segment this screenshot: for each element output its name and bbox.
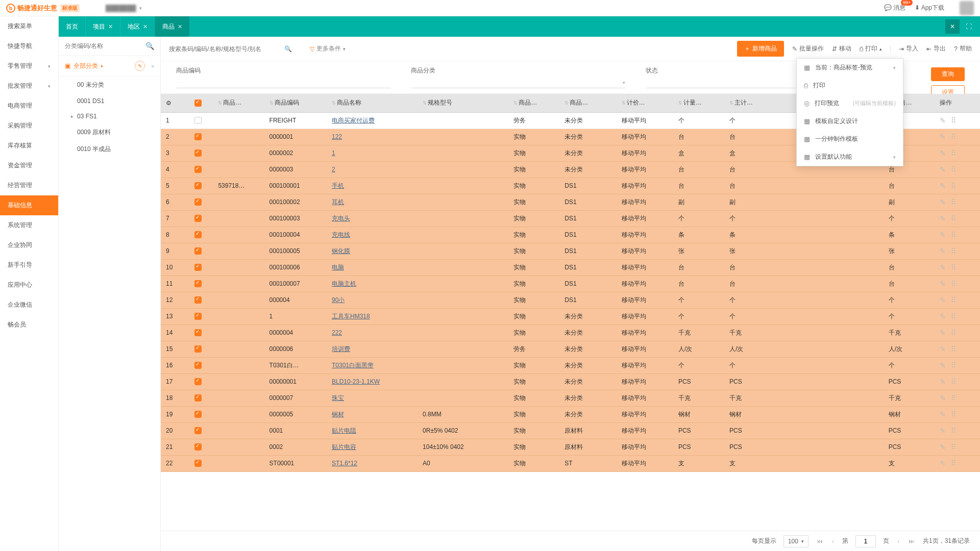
- table-row[interactable]: 6000100002耳机实物DS1移动平均副副副✎⠿: [161, 194, 980, 210]
- tab-close-all[interactable]: ✕: [945, 19, 960, 34]
- category-item[interactable]: ▸03 FS1: [59, 109, 160, 124]
- table-row[interactable]: 150000006培训费劳务未分类移动平均人/次人/次人/次✎⠿: [161, 341, 980, 357]
- cell-name[interactable]: 222: [327, 324, 418, 341]
- cell-name[interactable]: BLD10-23-1.1KW: [327, 373, 418, 390]
- help-button[interactable]: ?帮助: [954, 44, 972, 53]
- close-icon[interactable]: ✕: [143, 23, 148, 30]
- cell-name[interactable]: 钢化膜: [327, 243, 418, 259]
- category-all[interactable]: ▣ 全部分类 ▸ ✎ «: [59, 56, 160, 77]
- table-row[interactable]: 1200000490小实物DS1移动平均个个个✎⠿: [161, 292, 980, 308]
- more-icon[interactable]: ⠿: [951, 231, 956, 239]
- sidebar-item[interactable]: 零售管理▾: [0, 56, 58, 76]
- cell-check[interactable]: [189, 243, 213, 259]
- tab[interactable]: 项目✕: [85, 16, 120, 37]
- cell-check[interactable]: [189, 194, 213, 210]
- filter-cat-select[interactable]: ▾: [411, 77, 625, 88]
- check-all[interactable]: [194, 99, 202, 107]
- cell-name[interactable]: 充电头: [327, 210, 418, 227]
- checkbox[interactable]: [194, 149, 202, 157]
- col-code[interactable]: ⇅商品编码: [264, 94, 327, 112]
- cell-check[interactable]: [189, 455, 213, 471]
- pager-last[interactable]: ⏭: [908, 538, 916, 545]
- col-image[interactable]: ⇅商品…: [213, 94, 264, 112]
- checkbox[interactable]: [194, 182, 202, 189]
- edit-icon[interactable]: ✎: [940, 165, 946, 173]
- sidebar-item[interactable]: 企业微信: [0, 295, 58, 315]
- table-row[interactable]: 190000005钢材0.8MM实物未分类移动平均钢材钢材钢材✎⠿: [161, 406, 980, 422]
- cell-check[interactable]: [189, 178, 213, 194]
- checkbox[interactable]: [194, 378, 202, 385]
- more-icon[interactable]: ⠿: [951, 165, 956, 173]
- table-row[interactable]: 16T0301白…T0301白面黑带实物未分类移动平均个个个✎⠿: [161, 357, 980, 373]
- tab[interactable]: 首页: [59, 16, 85, 37]
- sidebar-item[interactable]: 畅会员: [0, 315, 58, 335]
- cell-check[interactable]: [189, 210, 213, 227]
- more-icon[interactable]: ⠿: [951, 280, 956, 288]
- edit-icon[interactable]: ✎: [940, 231, 946, 239]
- tab[interactable]: 地区✕: [120, 16, 155, 37]
- table-row[interactable]: 210002贴片电容104±10% 0402实物原材料移动平均PCSPCSPCS…: [161, 439, 980, 455]
- sidebar-item[interactable]: 库存核算: [0, 136, 58, 156]
- cell-name[interactable]: 手机: [327, 178, 418, 194]
- edit-icon[interactable]: ✎: [940, 345, 946, 353]
- checkbox[interactable]: [194, 443, 202, 450]
- checkbox[interactable]: [194, 166, 202, 173]
- cell-name[interactable]: 培训费: [327, 341, 418, 357]
- product-search-input[interactable]: [169, 45, 281, 53]
- sidebar-item[interactable]: 经营管理: [0, 176, 58, 195]
- table-row[interactable]: 180000007珠宝实物未分类移动平均千克千克千克✎⠿: [161, 390, 980, 406]
- edit-icon[interactable]: ✎: [940, 443, 946, 451]
- cell-name[interactable]: 充电线: [327, 227, 418, 243]
- popover-item[interactable]: ⎙打印: [797, 77, 903, 94]
- table-row[interactable]: 11000100007电脑主机实物DS1移动平均台台台✎⠿: [161, 276, 980, 292]
- category-search-input[interactable]: [65, 42, 145, 49]
- more-icon[interactable]: ⠿: [951, 182, 956, 190]
- cell-check[interactable]: [189, 324, 213, 341]
- cell-check[interactable]: [189, 406, 213, 422]
- sidebar-item[interactable]: 采购管理: [0, 116, 58, 136]
- sidebar-item[interactable]: 搜索菜单: [0, 16, 58, 36]
- close-icon[interactable]: ✕: [108, 23, 113, 30]
- sidebar-item[interactable]: 电商管理: [0, 96, 58, 116]
- checkbox[interactable]: [194, 411, 202, 418]
- edit-icon[interactable]: ✎: [940, 459, 946, 467]
- checkbox[interactable]: [194, 117, 202, 124]
- cell-name[interactable]: 珠宝: [327, 390, 418, 406]
- more-icon[interactable]: ⠿: [951, 378, 956, 386]
- batch-op-button[interactable]: ✎批量操作: [792, 44, 824, 53]
- import-button[interactable]: ⇥导入: [899, 44, 918, 53]
- edit-icon[interactable]: ✎: [940, 378, 946, 386]
- query-button[interactable]: 查询: [931, 67, 965, 81]
- search-icon[interactable]: 🔍: [284, 45, 292, 53]
- checkbox[interactable]: [194, 296, 202, 304]
- table-row[interactable]: 22ST00001ST1.6*12A0实物ST移动平均支支支✎⠿: [161, 455, 980, 471]
- cell-check[interactable]: [189, 341, 213, 357]
- edit-icon[interactable]: ✎: [940, 263, 946, 271]
- popover-item[interactable]: ▦当前：商品标签-预览▾: [797, 59, 903, 77]
- more-icon[interactable]: ⠿: [951, 296, 956, 304]
- cell-name[interactable]: 2: [327, 161, 418, 178]
- edit-icon[interactable]: ✎: [940, 133, 946, 141]
- more-icon[interactable]: ⠿: [951, 247, 956, 255]
- cell-check[interactable]: [189, 276, 213, 292]
- checkbox[interactable]: [194, 313, 202, 320]
- cell-name[interactable]: 电脑: [327, 259, 418, 276]
- popover-item[interactable]: ▦模板自定义设计: [797, 112, 903, 130]
- checkbox[interactable]: [194, 345, 202, 353]
- edit-icon[interactable]: ✎: [940, 149, 946, 157]
- company-dropdown[interactable]: ███████ ▾: [100, 2, 148, 14]
- table-row[interactable]: 7000100003充电头实物DS1移动平均个个个✎⠿: [161, 210, 980, 227]
- sidebar-item[interactable]: 应用中心: [0, 275, 58, 295]
- sidebar-item[interactable]: 批发管理▾: [0, 76, 58, 96]
- more-icon[interactable]: ⠿: [951, 312, 956, 320]
- edit-icon[interactable]: ✎: [940, 427, 946, 435]
- checkbox[interactable]: [194, 133, 202, 140]
- checkbox[interactable]: [194, 362, 202, 369]
- table-row[interactable]: 10000100006电脑实物DS1移动平均台台台✎⠿: [161, 259, 980, 276]
- more-icon[interactable]: ⠿: [951, 427, 956, 435]
- cell-name[interactable]: 耳机: [327, 194, 418, 210]
- checkbox[interactable]: [194, 460, 202, 467]
- cell-name[interactable]: 工具车HM318: [327, 308, 418, 324]
- cell-name[interactable]: 电商买家付运费: [327, 112, 418, 129]
- more-icon[interactable]: ⠿: [951, 133, 956, 141]
